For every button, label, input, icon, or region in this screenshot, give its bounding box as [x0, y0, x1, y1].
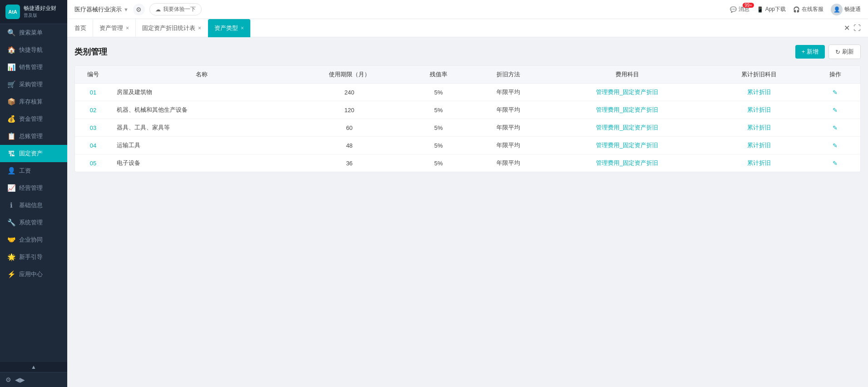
cell-expense: 管理费用_固定资产折旧 [546, 137, 708, 154]
tab-home[interactable]: 首页 [74, 19, 93, 37]
payroll-icon: 👤 [7, 167, 15, 175]
tab-depreciation-table[interactable]: 固定资产折旧统计表× [136, 19, 208, 37]
guide-icon: 🌟 [7, 253, 15, 261]
trial-label: 我要体验一下 [163, 5, 196, 13]
cell-action[interactable]: ✎ [810, 84, 860, 101]
sidebar-scroll-up[interactable]: ▲ [29, 363, 38, 371]
logo-text-block: 畅捷通好业财 普及版 [24, 5, 56, 19]
sidebar-item-label: 总账管理 [19, 132, 43, 140]
new-button[interactable]: + 新增 [795, 45, 825, 59]
sales-icon: 📊 [7, 63, 15, 71]
column-header: 操作 [810, 66, 860, 84]
sidebar-item-guide[interactable]: 🌟 新手引导 [0, 248, 67, 266]
gear-icon: ⚙ [136, 6, 142, 13]
topbar-right: 💬 消息 99+ 📱 App下载 🎧 在线客服 👤 畅捷通 [730, 4, 861, 15]
table-row: 05 电子设备 36 5% 年限平均 管理费用_固定资产折旧 累计折旧 ✎ [75, 154, 860, 172]
cell-cumulative: 累计折旧 [708, 137, 810, 154]
sidebar-item-system[interactable]: 🔧 系统管理 [0, 214, 67, 231]
sidebar-item-label: 资金管理 [19, 115, 43, 123]
user-menu[interactable]: 👤 畅捷通 [831, 4, 861, 15]
sidebar-logo: AtA 畅捷通好业财 普及版 [0, 0, 67, 24]
sidebar-item-fixed-assets[interactable]: 🏗 固定资产 [0, 145, 67, 162]
enterprise-icon: 🤝 [7, 236, 15, 244]
sidebar-item-apps[interactable]: ⚡ 应用中心 [0, 266, 67, 283]
sidebar-item-funds[interactable]: 💰 资金管理 [0, 110, 67, 128]
column-header: 累计折旧科目 [708, 66, 810, 84]
cell-name: 房屋及建筑物 [111, 84, 292, 101]
sidebar: AtA 畅捷通好业财 普及版 🔍 搜索菜单 🏠 快捷导航 📊 销售管理 🛒 采购… [0, 0, 67, 387]
tab-close-icon[interactable]: × [241, 25, 244, 31]
refresh-button[interactable]: ↻ 刷新 [828, 45, 861, 59]
sidebar-item-label: 工资 [19, 167, 31, 175]
cell-expense: 管理费用_固定资产折旧 [546, 154, 708, 172]
page-actions: + 新增 ↻ 刷新 [795, 45, 861, 59]
sidebar-bottom: ⚙ ◀▶ [0, 372, 67, 387]
tab-label: 固定资产折旧统计表 [142, 24, 195, 32]
cell-cumulative: 累计折旧 [708, 119, 810, 137]
headset-icon: 🎧 [793, 6, 800, 13]
system-icon: 🔧 [7, 218, 15, 227]
ledger-icon: 📋 [7, 132, 15, 140]
cell-code: 02 [75, 101, 111, 119]
online-service-button[interactable]: 🎧 在线客服 [793, 5, 823, 13]
basic-info-icon: ℹ [7, 201, 15, 209]
column-header: 折旧方法 [470, 66, 546, 84]
cell-name: 运输工具 [111, 137, 292, 154]
content-area: 类别管理 + 新增 ↻ 刷新 编号名称使用期限（月）残值率折旧方法费用科目累计折… [67, 37, 868, 387]
tab-close-icon[interactable]: × [198, 25, 201, 31]
sidebar-item-ledger[interactable]: 📋 总账管理 [0, 128, 67, 145]
sidebar-item-purchase[interactable]: 🛒 采购管理 [0, 76, 67, 93]
sidebar-item-sales[interactable]: 📊 销售管理 [0, 59, 67, 76]
tab-asset-type[interactable]: 资产类型× [208, 19, 251, 37]
cell-period: 120 [292, 101, 407, 119]
cell-action[interactable]: ✎ [810, 119, 860, 137]
operations-icon: 📈 [7, 184, 15, 192]
app-download-label: App下载 [765, 5, 786, 13]
cell-residual: 5% [407, 137, 470, 154]
cell-residual: 5% [407, 154, 470, 172]
cell-action[interactable]: ✎ [810, 137, 860, 154]
sidebar-item-label: 应用中心 [19, 270, 43, 278]
tab-asset-management[interactable]: 资产管理× [93, 19, 136, 37]
cell-action[interactable]: ✎ [810, 101, 860, 119]
tabbar: 首页资产管理×固定资产折旧统计表×资产类型× ✕ ⛶ [67, 19, 868, 37]
table-row: 01 房屋及建筑物 240 5% 年限平均 管理费用_固定资产折旧 累计折旧 ✎ [75, 84, 860, 101]
cell-expense: 管理费用_固定资产折旧 [546, 119, 708, 137]
close-window-icon[interactable]: ✕ [844, 24, 850, 32]
cell-residual: 5% [407, 119, 470, 137]
message-icon: 💬 [730, 6, 737, 13]
cell-expense: 管理费用_固定资产折旧 [546, 84, 708, 101]
maximize-window-icon[interactable]: ⛶ [853, 24, 861, 32]
sidebar-item-label: 快捷导航 [19, 46, 43, 54]
topbar-title: 医疗器械行业演示 ▼ [74, 5, 129, 14]
tab-label: 资产类型 [214, 24, 238, 32]
dropdown-arrow-icon[interactable]: ▼ [124, 7, 129, 12]
notifications-button[interactable]: 💬 消息 99+ [730, 5, 749, 13]
cell-action[interactable]: ✎ [810, 154, 860, 172]
cell-code: 05 [75, 154, 111, 172]
sidebar-item-label: 企业协同 [19, 236, 43, 244]
cell-name: 电子设备 [111, 154, 292, 172]
sidebar-item-enterprise[interactable]: 🤝 企业协同 [0, 231, 67, 248]
sidebar-item-quick-nav[interactable]: 🏠 快捷导航 [0, 41, 67, 59]
cell-period: 48 [292, 137, 407, 154]
sidebar-item-label: 库存核算 [19, 98, 43, 106]
cell-method: 年限平均 [470, 101, 546, 119]
sidebar-item-operations[interactable]: 📈 经营管理 [0, 179, 67, 197]
sidebar-item-inventory[interactable]: 📦 库存核算 [0, 93, 67, 110]
tab-label: 首页 [74, 24, 86, 32]
topbar-settings-button[interactable]: ⚙ [133, 4, 145, 15]
sidebar-item-search[interactable]: 🔍 搜索菜单 [0, 24, 67, 41]
collapse-icon[interactable]: ◀▶ [15, 376, 25, 383]
table-row: 02 机器、机械和其他生产设备 120 5% 年限平均 管理费用_固定资产折旧 … [75, 101, 860, 119]
tab-close-icon[interactable]: × [126, 25, 129, 31]
sidebar-item-payroll[interactable]: 👤 工资 [0, 162, 67, 179]
cell-cumulative: 累计折旧 [708, 84, 810, 101]
sidebar-item-basic-info[interactable]: ℹ 基础信息 [0, 197, 67, 214]
column-header: 名称 [111, 66, 292, 84]
settings-icon[interactable]: ⚙ [5, 376, 11, 383]
page-header: 类别管理 + 新增 ↻ 刷新 [74, 45, 861, 59]
trial-button[interactable]: ☁ 我要体验一下 [149, 3, 202, 15]
app-download-button[interactable]: 📱 App下载 [757, 5, 786, 13]
cell-method: 年限平均 [470, 154, 546, 172]
